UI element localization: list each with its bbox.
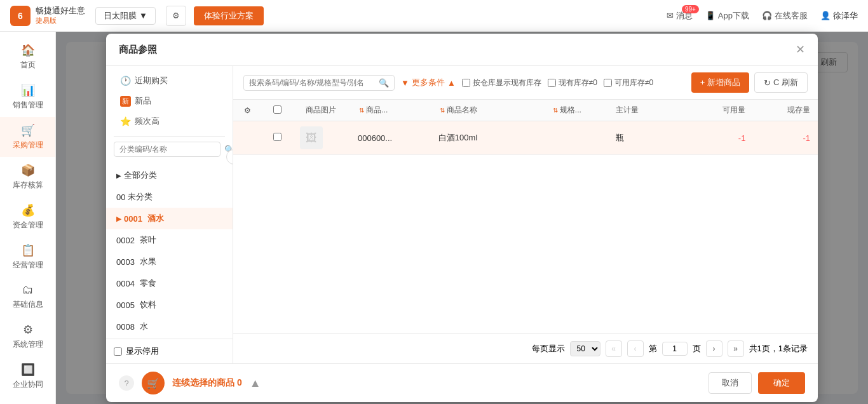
- confirm-button[interactable]: 确定: [758, 372, 805, 394]
- sort-icon-spec[interactable]: ⇅: [553, 107, 558, 114]
- sort-icon-code[interactable]: ⇅: [359, 107, 364, 114]
- page-unit: 页: [693, 343, 701, 354]
- col-header-img: 商品图片: [292, 100, 350, 121]
- app-download-btn[interactable]: 📱 App下载: [705, 10, 749, 22]
- show-disabled-checkbox[interactable]: [114, 347, 122, 356]
- sort-icon-name[interactable]: ⇅: [440, 107, 445, 114]
- row-settings: [233, 121, 262, 155]
- next-page-button[interactable]: ›: [706, 340, 722, 357]
- category-search-input[interactable]: [114, 142, 220, 157]
- selected-count-label: 连续选择的商品 0: [172, 377, 242, 389]
- sidebar-item-operations[interactable]: 📋 经营管理: [0, 237, 55, 277]
- cat-code-0001: 0001: [124, 214, 142, 224]
- home-icon: 🏠: [21, 43, 35, 57]
- finance-icon: 💰: [21, 203, 35, 217]
- cat-item-00[interactable]: 00 未分类: [106, 186, 233, 208]
- sidebar-label-cooperation: 企业协同: [13, 379, 43, 390]
- warehouse-filter-label: 按仓库显示现有库存: [473, 77, 541, 88]
- high-frequency-btn[interactable]: ⭐ 频次高: [114, 112, 225, 131]
- system-icon: ⚙: [23, 323, 33, 337]
- messages-btn[interactable]: ✉ 消息 99+: [667, 10, 693, 22]
- star-icon: ⭐: [120, 116, 131, 126]
- basic-info-icon: 🗂: [22, 283, 34, 297]
- page-size-select[interactable]: 50: [570, 341, 600, 356]
- row-checkbox[interactable]: [273, 133, 281, 141]
- nonzero-filter[interactable]: 现有库存≠0: [548, 77, 597, 88]
- warehouse-checkbox[interactable]: [462, 79, 470, 87]
- cat-code-0005: 0005: [116, 300, 135, 310]
- page-number-input[interactable]: [662, 342, 688, 356]
- recent-purchase-btn[interactable]: 🕐 近期购买: [114, 71, 225, 90]
- table-row[interactable]: 🖼 000600... 白酒100ml: [233, 121, 818, 155]
- search-input[interactable]: [249, 78, 376, 87]
- col-select-all: [262, 100, 292, 121]
- cart-button[interactable]: 🛒: [142, 372, 165, 394]
- footer-collapse-button[interactable]: ▲: [250, 377, 261, 390]
- settings-icon[interactable]: ⚙: [244, 106, 251, 115]
- nav-selector[interactable]: 日太阳膜 ▼: [95, 7, 156, 25]
- search-icon[interactable]: 🔍: [379, 78, 389, 88]
- table-header-row: ⚙ 商品图片 ⇅: [233, 100, 818, 121]
- sidebar-item-cooperation[interactable]: 🔲 企业协同: [0, 356, 55, 396]
- cat-code-0004: 0004: [116, 279, 135, 288]
- row-checkbox-cell: [262, 121, 292, 155]
- cat-label-0002: 茶叶: [140, 234, 156, 246]
- avatar-icon: 👤: [820, 11, 831, 20]
- sidebar-label-sales: 销售管理: [13, 100, 43, 111]
- cat-item-0001[interactable]: ▶ 0001 酒水: [106, 208, 233, 229]
- select-all-checkbox[interactable]: [273, 105, 281, 114]
- prev-page-button[interactable]: ‹: [627, 340, 644, 357]
- cat-item-0005[interactable]: 0005 饮料: [106, 294, 233, 316]
- cat-item-0004[interactable]: 0004 零食: [106, 273, 233, 294]
- col-unit-label: 主计量: [616, 105, 639, 114]
- cat-item-all[interactable]: ▶ 全部分类: [106, 165, 233, 186]
- refresh-button[interactable]: ↻ C 刷新: [754, 72, 808, 93]
- new-icon: 新: [120, 96, 131, 107]
- app-download-label: App下载: [718, 10, 749, 22]
- sidebar-item-finance[interactable]: 💰 资金管理: [0, 197, 55, 237]
- sidebar-item-sales[interactable]: 📊 销售管理: [0, 77, 55, 117]
- chevron-down-icon: ▼: [139, 11, 147, 20]
- help-button[interactable]: ?: [119, 375, 134, 391]
- sidebar-item-home[interactable]: 🏠 首页: [0, 37, 55, 77]
- col-stock-label: 现存量: [787, 105, 810, 114]
- filter-button[interactable]: ▼ 更多条件 ▲: [401, 77, 456, 88]
- last-page-button[interactable]: »: [728, 340, 744, 357]
- nonzero-checkbox[interactable]: [548, 79, 556, 87]
- first-page-button[interactable]: «: [606, 340, 622, 357]
- available-filter[interactable]: 可用库存≠0: [604, 77, 653, 88]
- cat-item-0008[interactable]: 0008 水: [106, 316, 233, 337]
- row-img-cell: 🖼: [292, 121, 350, 155]
- selected-label-text: 连续选择的商品: [172, 377, 234, 387]
- cat-label-0003: 水果: [140, 256, 156, 267]
- sidebar-label-basic-info: 基础信息: [13, 299, 43, 310]
- logo-area: 6 畅捷通好生意 捷易版: [10, 6, 85, 26]
- user-area[interactable]: 👤 徐泽华: [820, 10, 858, 22]
- arrow-icon-all: ▶: [116, 172, 121, 179]
- cat-item-0002[interactable]: 0002 茶叶: [106, 229, 233, 251]
- modal-close-button[interactable]: ✕: [796, 43, 805, 57]
- sidebar-item-guide[interactable]: 📰 新手引导: [0, 396, 55, 404]
- mobile-icon: 📱: [705, 11, 715, 20]
- sidebar-item-basic-info[interactable]: 🗂 基础信息: [0, 277, 55, 316]
- cat-code-00: 00: [116, 192, 125, 202]
- nav-selector-label: 日太阳膜: [104, 10, 137, 22]
- online-service-btn[interactable]: 🎧 在线客服: [762, 10, 808, 22]
- cancel-button[interactable]: 取消: [709, 372, 752, 394]
- main-content: 查询 设置 刷新 商品参照 ✕ 🕐: [56, 32, 868, 404]
- sidebar-label-finance: 资金管理: [13, 220, 43, 231]
- col-header-unit: 主计量: [608, 100, 673, 121]
- gear-button[interactable]: ⚙: [166, 6, 186, 26]
- warehouse-filter[interactable]: 按仓库显示现有库存: [462, 77, 541, 88]
- trial-button[interactable]: 体验行业方案: [194, 6, 264, 25]
- sidebar-item-system[interactable]: ⚙ 系统管理: [0, 316, 55, 356]
- sidebar-item-purchase[interactable]: 🛒 采购管理: [0, 117, 55, 157]
- add-product-button[interactable]: + 新增商品: [691, 72, 749, 93]
- prev-page-icon: ‹: [634, 344, 637, 353]
- col-available-label: 可用量: [722, 105, 745, 114]
- col-header-available: 可用量: [673, 100, 754, 121]
- new-product-btn[interactable]: 新 新品: [114, 91, 225, 111]
- cat-item-0003[interactable]: 0003 水果: [106, 251, 233, 273]
- available-checkbox[interactable]: [604, 79, 612, 87]
- sidebar-item-inventory[interactable]: 📦 库存核算: [0, 157, 55, 197]
